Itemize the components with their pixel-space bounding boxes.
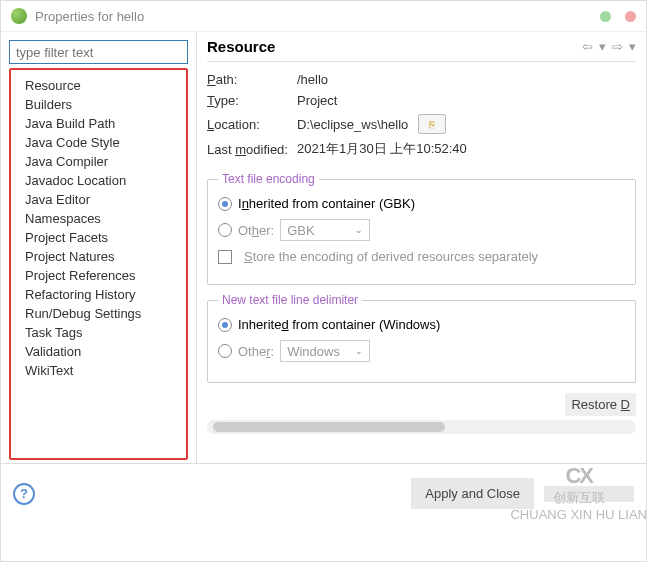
sidebar: Resource Builders Java Build Path Java C… [1,32,196,463]
encoding-select-value: GBK [287,223,314,238]
store-encoding-checkbox[interactable] [218,250,232,264]
delimiter-select-value: Windows [287,344,340,359]
close-dot[interactable] [625,11,636,22]
delimiter-inherited-radio[interactable] [218,318,232,332]
tree-item[interactable]: Java Editor [15,190,182,209]
forward-menu-icon[interactable]: ▾ [629,39,636,54]
tree-item[interactable]: Task Tags [15,323,182,342]
type-value: Project [297,93,337,108]
tree-item[interactable]: Refactoring History [15,285,182,304]
window-title: Properties for hello [35,9,144,24]
apply-and-close-button[interactable]: Apply and Close [411,478,534,509]
delimiter-group: New text file line delimiter Inherited f… [207,293,636,383]
chevron-down-icon: ⌄ [355,225,363,235]
tree-item[interactable]: Validation [15,342,182,361]
restore-defaults-button[interactable]: Restore D [565,393,636,416]
encoding-other-label: Other: [238,223,274,238]
tree-item[interactable]: Javadoc Location [15,171,182,190]
encoding-other-radio[interactable] [218,223,232,237]
encoding-group: Text file encoding Inherited from contai… [207,172,636,285]
delimiter-select[interactable]: Windows⌄ [280,340,370,362]
delimiter-other-label: Other: [238,344,274,359]
tree-item[interactable]: Java Compiler [15,152,182,171]
type-label: Type: [207,93,297,108]
category-tree: Resource Builders Java Build Path Java C… [9,68,188,460]
delimiter-legend: New text file line delimiter [218,293,362,307]
page-title: Resource [207,38,275,55]
delimiter-inherited-label: Inherited from container (Windows) [238,317,440,332]
store-encoding-label: Store the encoding of derived resources … [244,249,538,264]
back-menu-icon[interactable]: ▾ [599,39,606,54]
help-icon[interactable]: ? [13,483,35,505]
info-section: Path:/hello Type:Project Location:D:\ecl… [207,62,636,164]
titlebar: Properties for hello [1,1,646,31]
restore-row: Restore D [207,383,636,420]
encoding-legend: Text file encoding [218,172,319,186]
chevron-down-icon: ⌄ [355,346,363,356]
encoding-select[interactable]: GBK⌄ [280,219,370,241]
app-icon [11,8,27,24]
location-value: D:\eclipse_ws\hello [297,117,408,132]
minimize-dot[interactable] [600,11,611,22]
tree-item[interactable]: Project Facets [15,228,182,247]
tree-item[interactable]: Run/Debug Settings [15,304,182,323]
modified-label: Last modified: [207,142,297,157]
footer: ? Apply and Close [1,463,646,523]
cancel-button[interactable] [544,486,634,502]
show-in-explorer-button[interactable]: ⎘ [418,114,446,134]
content-pane: Resource ⇦▾ ⇨▾ Path:/hello Type:Project … [196,32,646,463]
tree-item[interactable]: Project Natures [15,247,182,266]
tree-item[interactable]: Java Code Style [15,133,182,152]
forward-icon[interactable]: ⇨ [612,39,623,54]
tree-item[interactable]: WikiText [15,361,182,380]
encoding-inherited-radio[interactable] [218,197,232,211]
scrollbar-thumb[interactable] [213,422,445,432]
filter-input[interactable] [9,40,188,64]
path-label: Path: [207,72,297,87]
header-actions: ⇦▾ ⇨▾ [582,39,636,54]
horizontal-scrollbar[interactable] [207,420,636,434]
delimiter-other-radio[interactable] [218,344,232,358]
location-label: Location: [207,117,297,132]
back-icon[interactable]: ⇦ [582,39,593,54]
modified-value: 2021年1月30日 上午10:52:40 [297,140,467,158]
content-header: Resource ⇦▾ ⇨▾ [207,38,636,62]
window-controls [600,11,636,22]
tree-item[interactable]: Java Build Path [15,114,182,133]
tree-item[interactable]: Project References [15,266,182,285]
tree-item[interactable]: Resource [15,76,182,95]
main-area: Resource Builders Java Build Path Java C… [1,31,646,463]
tree-item[interactable]: Builders [15,95,182,114]
path-value: /hello [297,72,328,87]
tree-item[interactable]: Namespaces [15,209,182,228]
encoding-inherited-label: Inherited from container (GBK) [238,196,415,211]
